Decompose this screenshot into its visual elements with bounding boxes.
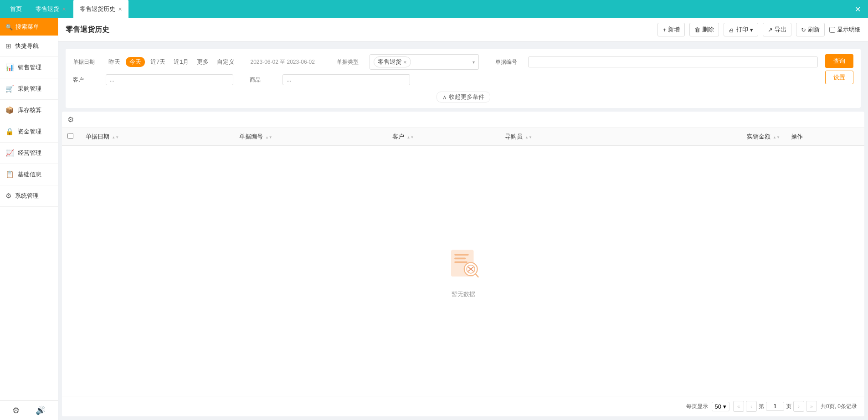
sidebar-item-quick-nav[interactable]: ⊞ 快捷导航 (0, 36, 58, 57)
inventory-icon: 📦 (5, 106, 14, 114)
th-actions-label: 操作 (791, 133, 803, 140)
sidebar-item-quick-nav-label: 快捷导航 (15, 42, 39, 50)
page-number-input[interactable] (766, 402, 784, 411)
amount-sort-icon: ▲▼ (773, 136, 780, 139)
print-button[interactable]: 🖨 打印 ▾ (724, 23, 758, 36)
per-page-label: 每页显示 (686, 403, 708, 410)
th-customer[interactable]: 客户 ▲▼ (387, 128, 499, 146)
collapse-button[interactable]: ∧ 收起更多条件 (437, 92, 490, 102)
settings-gear-icon[interactable]: ⚙ (12, 405, 20, 415)
sidebar-item-finance-mgmt[interactable]: 🔒 资金管理 (0, 121, 58, 143)
date-btn-last7[interactable]: 近7天 (148, 57, 168, 67)
query-settings-group: 查询 设置 (825, 54, 853, 84)
date-range-value: 2023-06-02 至 2023-06-02 (250, 58, 314, 66)
date-filter-group: 昨天 今天 近7天 近1月 (106, 57, 237, 67)
table-empty-state: 暂无数据 (62, 146, 864, 396)
window-close-icon[interactable]: ✕ (851, 5, 864, 14)
add-label: 新增 (668, 26, 680, 34)
filter-settings-button[interactable]: 设置 (825, 71, 853, 84)
filter-row-2: 客户 ... 商品 ... (73, 74, 818, 85)
sidebar-item-purchase-mgmt[interactable]: 🛒 采购管理 (0, 78, 58, 100)
sidebar: 🔍 搜索菜单 ⊞ 快捷导航 📊 销售管理 🛒 采购管理 📦 库存核算 🔒 资金管… (0, 18, 58, 420)
goods-placeholder: ... (287, 77, 291, 83)
tab-retail-return-close[interactable]: ✕ (62, 6, 66, 12)
sidebar-item-inventory[interactable]: 📦 库存核算 (0, 100, 58, 121)
show-detail-checkbox-wrapper[interactable]: 显示明细 (829, 26, 861, 34)
filter-fields-left: 单据日期 昨天 今天 近7天 (73, 54, 818, 90)
page-unit-label: 页 (786, 403, 791, 410)
print-dropdown-icon: ▾ (750, 26, 753, 33)
filter-settings-label: 设置 (833, 74, 845, 81)
delete-button[interactable]: 🗑 删除 (689, 23, 719, 36)
table-settings-icon[interactable]: ⚙ (67, 115, 74, 124)
show-detail-checkbox[interactable] (829, 27, 835, 33)
tab-home[interactable]: 首页 (4, 0, 28, 18)
add-button[interactable]: + 新增 (657, 23, 685, 36)
tab-retail-return[interactable]: 零售退货 ✕ (29, 0, 72, 18)
empty-text: 暂无数据 (452, 290, 475, 298)
first-page-button[interactable]: « (733, 401, 744, 412)
page-title: 零售退货历史 (66, 25, 109, 35)
page-header: 零售退货历史 + 新增 🗑 删除 🖨 打印 ▾ ↗ 导出 (58, 18, 868, 41)
sidebar-item-basic-info[interactable]: 📋 基础信息 (0, 164, 58, 185)
next-page-button[interactable]: › (793, 401, 804, 412)
th-actions: 操作 (786, 128, 864, 146)
doc-no-input[interactable] (528, 56, 818, 67)
add-icon: + (663, 26, 666, 33)
date-btn-custom[interactable]: 自定义 (214, 57, 237, 67)
sidebar-item-sales-mgmt[interactable]: 📊 销售管理 (0, 57, 58, 78)
collapse-row: ∧ 收起更多条件 (73, 92, 853, 102)
tab-retail-return-label: 零售退货 (36, 5, 59, 13)
export-icon: ↗ (768, 26, 773, 33)
refresh-button[interactable]: ↻ 刷新 (796, 23, 825, 36)
content-area: 零售退货历史 + 新增 🗑 删除 🖨 打印 ▾ ↗ 导出 (58, 18, 868, 420)
tab-home-label: 首页 (10, 5, 22, 13)
export-button[interactable]: ↗ 导出 (763, 23, 791, 36)
per-page-select[interactable]: 50 ▾ (712, 402, 729, 411)
doc-no-label: 单据编号 (495, 58, 521, 66)
th-amount[interactable]: 实销金额 ▲▼ (632, 128, 786, 146)
delete-label: 删除 (702, 26, 714, 34)
query-button[interactable]: 查询 (825, 54, 853, 68)
sidebar-item-system-mgmt[interactable]: ⚙ 系统管理 (0, 185, 58, 207)
sidebar-search[interactable]: 🔍 搜索菜单 (0, 18, 58, 36)
sidebar-item-finance-label: 资金管理 (18, 128, 41, 136)
collapse-label: 收起更多条件 (449, 93, 484, 101)
doc-type-select[interactable]: 零售退货 × ▾ (370, 54, 479, 70)
sidebar-bottom: ⚙ 🔊 (0, 400, 58, 420)
doc-type-tag: 零售退货 × (374, 56, 411, 67)
per-page-value: 50 (715, 403, 721, 410)
volume-icon[interactable]: 🔊 (36, 405, 46, 415)
table-toolbar: ⚙ (62, 112, 864, 128)
top-bar: 首页 零售退货 ✕ 零售退货历史 ✕ ✕ (0, 0, 868, 18)
sidebar-item-business-mgmt[interactable]: 📈 经营管理 (0, 143, 58, 164)
doc-type-tag-close[interactable]: × (403, 59, 407, 66)
customer-label: 客户 (73, 76, 98, 84)
main-layout: 🔍 搜索菜单 ⊞ 快捷导航 📊 销售管理 🛒 采购管理 📦 库存核算 🔒 资金管… (0, 18, 868, 420)
th-doc-no[interactable]: 单据编号 ▲▼ (234, 128, 387, 146)
purchase-icon: 🛒 (5, 85, 14, 93)
delete-icon: 🗑 (694, 26, 700, 33)
tab-bar: 首页 零售退货 ✕ 零售退货历史 ✕ (4, 0, 851, 18)
sidebar-item-inventory-label: 库存核算 (18, 106, 41, 114)
data-table: 单据日期 ▲▼ 单据编号 ▲▼ 客户 ▲▼ 导购员 (62, 128, 864, 146)
goods-label: 商品 (250, 76, 275, 84)
tab-retail-return-history-close[interactable]: ✕ (118, 6, 122, 12)
search-icon: 🔍 (5, 24, 13, 31)
th-doc-date[interactable]: 单据日期 ▲▼ (80, 128, 234, 146)
page-total-label: 共0页, 0条记录 (821, 403, 857, 410)
goods-select[interactable]: ... (282, 74, 410, 85)
sidebar-item-purchase-label: 采购管理 (18, 85, 41, 93)
last-page-button[interactable]: » (806, 401, 817, 412)
th-guide[interactable]: 导购员 ▲▼ (499, 128, 632, 146)
select-all-checkbox[interactable] (67, 133, 73, 139)
customer-select[interactable]: ... (106, 74, 233, 85)
prev-page-button[interactable]: ‹ (746, 401, 757, 412)
date-btn-more[interactable]: 更多 (194, 57, 211, 67)
tab-retail-return-history[interactable]: 零售退货历史 ✕ (73, 0, 128, 18)
finance-icon: 🔒 (5, 128, 14, 136)
date-btn-last1m[interactable]: 近1月 (171, 57, 191, 67)
date-btn-yesterday[interactable]: 昨天 (106, 57, 123, 67)
date-btn-today[interactable]: 今天 (126, 57, 145, 67)
collapse-icon: ∧ (442, 94, 447, 101)
